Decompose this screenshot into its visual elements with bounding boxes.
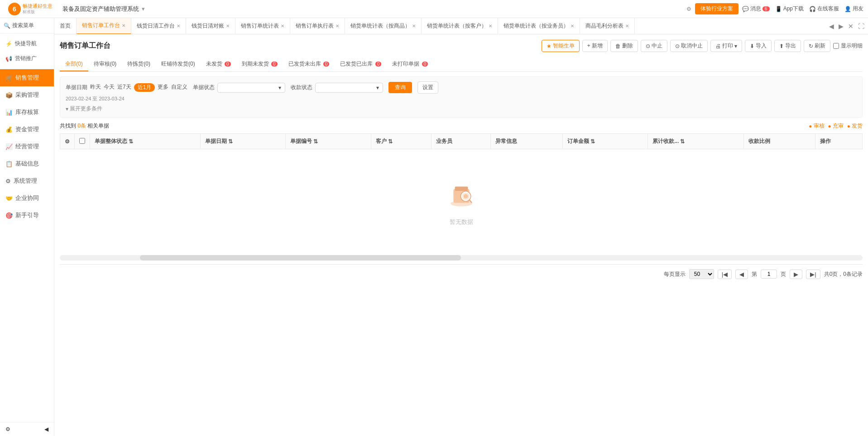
date-yesterday[interactable]: 昨天 xyxy=(90,83,101,92)
date-today[interactable]: 今天 xyxy=(104,83,115,92)
sub-tab-shipped-out[interactable]: 已发货已出库 0 xyxy=(335,57,387,71)
sub-tab-not-shipped[interactable]: 未发货 0 xyxy=(201,57,236,71)
show-detail-label[interactable]: 显示明细 xyxy=(833,42,863,50)
tab-next-btn[interactable]: ▶ xyxy=(837,22,845,31)
app-download-btn[interactable]: 📱 App下载 xyxy=(775,5,804,13)
th-amount[interactable]: 订单金额 ⇅ xyxy=(562,134,648,149)
add-button[interactable]: + 新增 xyxy=(582,40,608,52)
horizontal-scrollbar[interactable] xyxy=(60,255,863,261)
empty-state: 暂无数据 xyxy=(60,149,863,253)
sidebar-item-inventory[interactable]: 📊 库存核算 xyxy=(0,104,54,121)
sub-tab-wangpu[interactable]: 旺铺待发货(0) xyxy=(156,57,201,71)
date-custom[interactable]: 自定义 xyxy=(171,83,187,92)
th-date[interactable]: 单据日期 ⇅ xyxy=(200,134,286,149)
stop-button[interactable]: ⊙ 中止 xyxy=(641,40,667,52)
audit-action-btn[interactable]: ● 审核 xyxy=(809,122,824,130)
th-customer[interactable]: 客户 ⇅ xyxy=(371,134,431,149)
tab-sales-by-customer[interactable]: 销货单统计表（按客户） ✕ xyxy=(422,18,498,34)
refresh-button[interactable]: ↻ 刷新 xyxy=(804,40,830,52)
topbar-settings-icon[interactable]: ⚙ xyxy=(686,6,691,12)
footer-collapse-icon[interactable]: ◀ xyxy=(44,426,48,432)
refresh-icon: ↻ xyxy=(809,43,813,49)
scroll-thumb[interactable] xyxy=(140,255,461,261)
tab-home[interactable]: 首页 xyxy=(54,18,77,34)
tab-close-order-stats[interactable]: ✕ xyxy=(281,24,284,28)
tab-sales-order[interactable]: 销售订单工作台 ✕ xyxy=(77,18,131,34)
th-num[interactable]: 单据编号 ⇅ xyxy=(286,134,371,149)
tab-close-sales-order[interactable]: ✕ xyxy=(122,23,125,28)
page-prev-btn[interactable]: ◀ xyxy=(735,270,748,279)
sidebar-item-operation[interactable]: 📈 经营管理 xyxy=(0,138,54,155)
trial-button[interactable]: 体验行业方案 xyxy=(695,3,739,14)
query-button[interactable]: 查询 xyxy=(388,82,412,93)
message-btn[interactable]: 💬 消息 6 xyxy=(742,5,770,13)
tab-cash-clear[interactable]: 钱货日清工作台 ✕ xyxy=(131,18,186,34)
tab-profit-analysis[interactable]: 商品毛利分析表 ✕ xyxy=(580,18,635,34)
sidebar-item-cooperation[interactable]: 🤝 企业协同 xyxy=(0,190,54,207)
sidebar-item-finance[interactable]: 💰 资金管理 xyxy=(0,121,54,138)
tab-sales-by-product[interactable]: 销货单统计表（按商品） ✕ xyxy=(345,18,422,34)
page-size-select[interactable]: 50 100 200 xyxy=(689,269,714,279)
tab-close-by-product[interactable]: ✕ xyxy=(412,24,416,28)
th-settings[interactable]: ⚙ xyxy=(60,134,75,149)
sub-tab-pending-audit[interactable]: 待审核(0) xyxy=(88,57,122,71)
sub-tab-shipped-not-out[interactable]: 已发货未出库 0 xyxy=(283,57,335,71)
sidebar-item-basic-info[interactable]: 📋 基础信息 xyxy=(0,155,54,172)
th-checkbox[interactable] xyxy=(75,134,90,149)
status-select[interactable]: ▾ xyxy=(217,83,285,93)
show-detail-checkbox[interactable] xyxy=(833,43,839,49)
tab-close-profit[interactable]: ✕ xyxy=(625,24,629,28)
tab-fullscreen-btn[interactable]: ⛶ xyxy=(856,22,866,31)
user-menu-btn[interactable]: 👤 用友 xyxy=(844,5,863,13)
sidebar-item-system[interactable]: ⚙ 系统管理 xyxy=(0,172,54,190)
revoke-action-btn[interactable]: ● 充审 xyxy=(828,122,844,130)
date-1month[interactable]: 近1月 xyxy=(134,83,155,92)
setting-button[interactable]: 设置 xyxy=(417,81,438,94)
sidebar-item-sales[interactable]: 🛒 销售管理 xyxy=(0,69,54,86)
tab-close-by-staff[interactable]: ✕ xyxy=(571,24,574,28)
th-exception[interactable]: 异常信息 xyxy=(491,134,563,149)
cancel-stop-button[interactable]: ⊙ 取消中止 xyxy=(670,40,708,52)
tab-order-exec[interactable]: 销售订单执行表 ✕ xyxy=(290,18,345,34)
select-all-checkbox[interactable] xyxy=(79,138,85,144)
tab-sales-by-staff[interactable]: 销货单统计表（按业务员） ✕ xyxy=(498,18,580,34)
sub-tab-not-printed[interactable]: 未打印单据 0 xyxy=(387,57,433,71)
export-button[interactable]: ⬆ 导出 xyxy=(774,40,801,52)
page-input[interactable] xyxy=(761,270,777,279)
page-first-btn[interactable]: |◀ xyxy=(718,270,732,279)
date-more[interactable]: 更多 xyxy=(158,83,168,92)
th-accum-payment[interactable]: 累计收款... ⇅ xyxy=(648,134,744,149)
smart-create-button[interactable]: ★ 智能生单 xyxy=(542,40,580,52)
sidebar-item-quick-nav[interactable]: ⚡ 快捷导航 xyxy=(0,36,54,51)
online-service-btn[interactable]: 🎧 在线客服 xyxy=(809,5,839,13)
sub-tab-overdue-ship[interactable]: 到期未发货 0 xyxy=(236,57,283,71)
page-next-btn[interactable]: ▶ xyxy=(790,270,802,279)
footer-settings-icon[interactable]: ⚙ xyxy=(5,426,10,432)
sidebar-item-guide[interactable]: 🎯 新手引导 xyxy=(0,207,54,224)
sidebar-item-purchase[interactable]: 📦 采购管理 xyxy=(0,86,54,104)
payment-select[interactable]: ▾ xyxy=(315,83,383,93)
tab-close-order-exec[interactable]: ✕ xyxy=(336,24,339,28)
sub-tab-all[interactable]: 全部(0) xyxy=(60,57,88,71)
expand-filter-btn[interactable]: ▾ 展开更多条件 xyxy=(66,105,857,113)
tab-reconcile[interactable]: 钱货日清对账 ✕ xyxy=(186,18,235,34)
th-status[interactable]: 单据整体状态 ⇅ xyxy=(90,134,201,149)
tab-order-stats[interactable]: 销售订单统计表 ✕ xyxy=(235,18,290,34)
tab-close-all-btn[interactable]: ✕ xyxy=(846,22,855,31)
search-menu-btn[interactable]: 🔍 搜索菜单 xyxy=(0,18,54,33)
th-staff[interactable]: 业务员 xyxy=(432,134,491,149)
delete-button[interactable]: 🗑 删除 xyxy=(610,40,638,52)
sidebar-item-marketing[interactable]: 📢 营销推广 xyxy=(0,51,54,66)
ship-action-btn[interactable]: ● 发货 xyxy=(847,122,863,130)
filter-date-range-row: 2023-02-24 至 2023-03-24 xyxy=(66,95,857,102)
date-7days[interactable]: 近7天 xyxy=(117,83,131,92)
tab-close-reconcile[interactable]: ✕ xyxy=(226,24,230,28)
import-button[interactable]: ⬇ 导入 xyxy=(745,40,772,52)
dropdown-arrow-icon[interactable]: ▾ xyxy=(142,5,145,12)
tab-close-cash-clear[interactable]: ✕ xyxy=(177,24,180,28)
tab-prev-btn[interactable]: ◀ xyxy=(827,22,836,31)
page-last-btn[interactable]: ▶| xyxy=(806,270,820,279)
sub-tab-pending-pick[interactable]: 待拣货(0) xyxy=(122,57,156,71)
tab-close-by-customer[interactable]: ✕ xyxy=(489,24,492,28)
print-button[interactable]: 🖨 打印 ▾ xyxy=(710,40,742,52)
